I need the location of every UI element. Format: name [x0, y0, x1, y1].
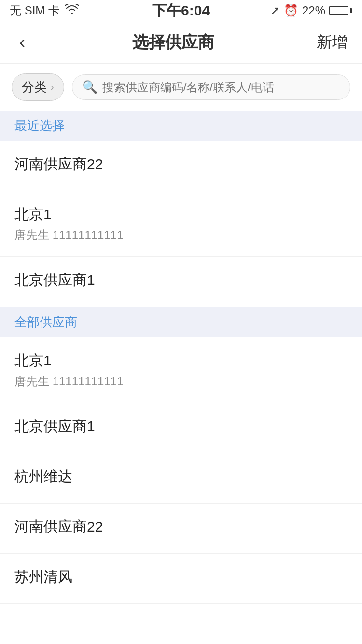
add-button[interactable]: 新增	[317, 32, 348, 53]
recent-section-label: 最近选择	[14, 118, 65, 133]
list-item[interactable]: 杭州维达	[0, 453, 362, 504]
recent-list: 河南供应商22 北京1 唐先生 11111111111北京供应商1	[0, 141, 362, 307]
item-name: 北京1	[14, 351, 348, 371]
location-arrow-icon: ↗	[270, 4, 280, 17]
page-title: 选择供应商	[132, 31, 214, 54]
wifi-icon	[65, 4, 79, 17]
nav-bar: ‹ 选择供应商 新增	[0, 21, 362, 64]
search-box: 🔍	[72, 74, 350, 100]
alarm-icon: ⏰	[284, 4, 298, 17]
battery-icon	[329, 6, 352, 15]
item-name: 北京1	[14, 205, 348, 224]
search-icon: 🔍	[82, 80, 97, 95]
list-item[interactable]: 北京供应商1	[0, 257, 362, 307]
list-item[interactable]: 河南供应商22	[0, 141, 362, 191]
item-sub: 唐先生 11111111111	[14, 374, 348, 389]
list-item[interactable]: 北京供应商1	[0, 403, 362, 453]
battery-percent: 22%	[302, 4, 325, 17]
status-left: 无 SIM 卡	[10, 3, 79, 18]
all-list: 北京1 唐先生 11111111111北京供应商1 杭州维达 河南供应商22 苏…	[0, 337, 362, 604]
item-name: 河南供应商22	[14, 517, 348, 537]
status-bar: 无 SIM 卡 下午6:04 ↗ ⏰ 22%	[0, 0, 362, 21]
chevron-right-icon: ›	[51, 82, 54, 93]
list-item[interactable]: 北京1 唐先生 11111111111	[0, 191, 362, 257]
list-item[interactable]: 河南供应商22	[0, 504, 362, 554]
item-name: 河南供应商22	[14, 154, 348, 174]
all-section-header: 全部供应商	[0, 307, 362, 337]
list-item[interactable]: 北京1 唐先生 11111111111	[0, 337, 362, 403]
no-sim-label: 无 SIM 卡	[10, 3, 60, 18]
item-name: 北京供应商1	[14, 417, 348, 436]
search-input[interactable]	[102, 81, 340, 94]
all-section-label: 全部供应商	[14, 315, 77, 329]
back-button[interactable]: ‹	[14, 28, 30, 57]
recent-section-header: 最近选择	[0, 111, 362, 141]
item-sub: 唐先生 11111111111	[14, 227, 348, 243]
filter-bar: 分类 › 🔍	[0, 64, 362, 111]
status-time: 下午6:04	[152, 1, 210, 21]
item-name: 杭州维达	[14, 467, 348, 487]
list-item[interactable]: 苏州清风	[0, 554, 362, 604]
category-filter-button[interactable]: 分类 ›	[12, 73, 64, 101]
item-name: 北京供应商1	[14, 270, 348, 290]
item-name: 苏州清风	[14, 567, 348, 587]
status-right: ↗ ⏰ 22%	[270, 4, 352, 17]
category-label: 分类	[22, 79, 47, 96]
